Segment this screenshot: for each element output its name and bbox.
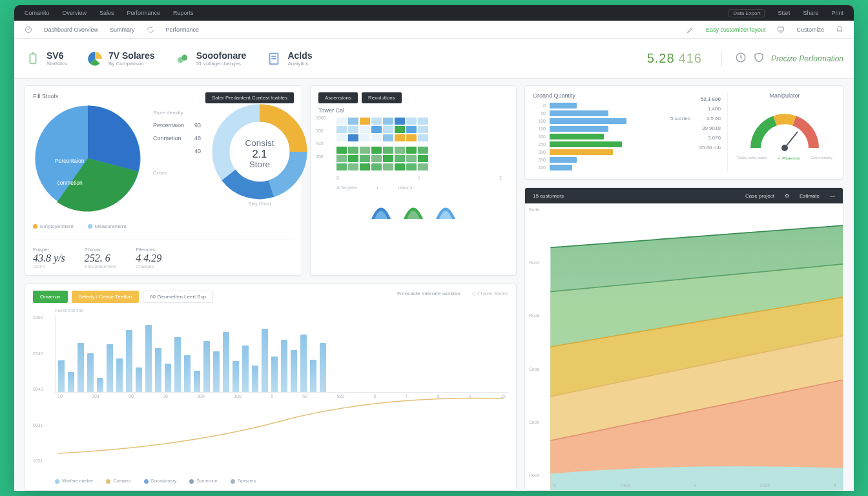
heat-x-axis: 013 <box>318 176 508 180</box>
bar-legend: Warfare marker Comarro Scrontomary Somer… <box>33 479 508 484</box>
bar-x-axis: 100030030309100550520578615 <box>55 393 508 398</box>
donut-sub: Stay Ghost <box>211 202 308 206</box>
legend-value: 40 <box>194 148 201 154</box>
heat-y-axis: 1000500340200 <box>316 116 326 159</box>
app-window: Comanito Overview Sales Performance Repo… <box>14 5 854 491</box>
metric-a: 5.28 <box>647 51 675 65</box>
topnav-right[interactable]: Share <box>803 10 818 16</box>
breadcrumb[interactable]: Performance <box>166 26 200 33</box>
heatmap-grid <box>336 118 508 141</box>
topnav-item[interactable]: Sales <box>99 10 114 16</box>
card-title: Fill Stools <box>33 93 58 99</box>
panel-title: Precize Performation <box>771 54 843 63</box>
metric-strip: Fuaper43.8 y/sAcorn Throas252. 6Encourag… <box>33 240 294 269</box>
topnav-item[interactable]: Performance <box>127 10 161 16</box>
shield-icon <box>753 52 765 66</box>
pie-icon <box>87 50 103 67</box>
tab-dark[interactable]: Saler Predanient Contest Icables <box>205 92 294 103</box>
legend-item: Fanscers <box>238 479 256 483</box>
customize-button[interactable]: Customize <box>796 26 824 33</box>
legend-label: Conmetion <box>153 135 181 141</box>
kpi-card: AcldsAnalytics <box>265 50 312 67</box>
gauge-chart: Manipulator Today color auber ✓ Plarentr… <box>727 92 835 172</box>
legend-item: Comarro <box>113 479 130 483</box>
kpi-card: Sooofonare51 voltage changes <box>174 50 247 67</box>
bottom-legend: Employerment Measurement <box>33 223 294 229</box>
svg-point-4 <box>181 54 187 60</box>
gauge-label: Plarentron <box>782 156 800 160</box>
battery-icon <box>25 50 41 67</box>
card-title: Groand Quantity <box>533 92 664 99</box>
layout-link[interactable]: Easy customizer layout <box>706 26 766 33</box>
kpi-title: Sooofonare <box>196 50 247 61</box>
tab-button[interactable]: 60 Geometten Leeri Sup <box>143 291 213 303</box>
svg-text:Percentaion: Percentaion <box>55 158 85 164</box>
svg-line-14 <box>785 132 798 148</box>
side-value: 52.1 600 <box>701 96 721 102</box>
card-title: Tower Cal <box>318 107 508 114</box>
kpi-sub: 51 voltage changes <box>196 61 247 67</box>
heatmap-card: Ascensions Revolutions Tower Cal 1000500… <box>310 85 517 276</box>
bar-card: Omarron Seterly / Cense Teetion 60 Geome… <box>25 284 517 491</box>
refresh-icon[interactable] <box>147 26 154 34</box>
kpi-metric: 5.28416 <box>647 51 702 66</box>
gauge-icon <box>25 26 32 34</box>
heat-foot: Al tergene <box>336 185 357 190</box>
pie-chart: Percentaion conmetion <box>33 103 143 214</box>
topnav-right[interactable]: Print <box>831 10 843 16</box>
topnav-right[interactable]: Start <box>778 10 790 16</box>
bar-sub: Fasensraf star <box>55 308 508 313</box>
area-head-item: 15 customers <box>533 193 564 199</box>
donut-label: Consist <box>245 138 274 148</box>
bell-icon[interactable] <box>836 26 843 34</box>
topnav-item[interactable]: Overview <box>63 10 87 16</box>
bar-title: Forecaste Interrate workten <box>397 291 460 303</box>
tab-button[interactable]: Seterly / Cense Teetion <box>72 291 140 303</box>
pie-legend: Store density Percentaion93 Conmetion48 … <box>153 110 201 176</box>
metric-sub: Changes <box>136 264 161 269</box>
hbar-chart: Groand Quantity 050100150200250300350400 <box>533 92 664 172</box>
gauge-label: Commentary <box>811 156 832 160</box>
kpi-title: 7V Solares <box>108 50 155 61</box>
area-head-item: Case project <box>745 193 774 199</box>
gear-icon[interactable]: ⚙ <box>785 193 789 199</box>
kpi-side-panel: Precize Performation <box>721 52 843 66</box>
metric-value: 252. 6 <box>85 253 116 264</box>
topnav-item[interactable]: Reports <box>173 10 194 16</box>
breadcrumb[interactable]: Summary <box>110 26 135 33</box>
topbar: Comanito Overview Sales Performance Repo… <box>14 5 854 21</box>
tab-dark[interactable]: Ascensions <box>318 92 358 103</box>
tab-dark[interactable]: Revolutions <box>362 92 402 103</box>
breadcrumb[interactable]: Dashboard Overview <box>44 26 98 33</box>
document-icon <box>265 50 282 67</box>
pie-card: Fill Stools Saler Predanient Contest Ica… <box>25 85 302 276</box>
area-head-item[interactable]: Estimate <box>800 193 820 199</box>
side-label: 5 corden <box>670 116 690 121</box>
gauge-label: Today color auber <box>737 156 768 160</box>
legend-value: 48 <box>194 135 201 141</box>
bar-tabs: Omarron Seterly / Cense Teetion 60 Geome… <box>33 291 508 303</box>
card-title: Manipulator <box>734 92 835 99</box>
tab-button[interactable]: Omarron <box>33 291 68 303</box>
legend-foot: Cross <box>153 170 201 176</box>
arch-icons <box>318 196 508 222</box>
side-value: 39 9018 <box>702 125 721 131</box>
export-button[interactable]: Data Export <box>728 9 765 17</box>
svg-rect-2 <box>30 54 36 63</box>
area-card: 15 customers Case project ⚙ Estimate — E… <box>524 187 843 491</box>
svg-text:2.1: 2.1 <box>253 148 267 160</box>
area-header: 15 customers Case project ⚙ Estimate — <box>525 188 843 203</box>
legend-item: Somerone <box>196 479 217 483</box>
legend-item: Warfare marker <box>62 479 93 483</box>
svg-text:conmetion: conmetion <box>57 180 82 186</box>
side-value: 35.60 mb <box>699 145 721 150</box>
bar-chart <box>55 315 508 393</box>
metric-value: 43.8 y/s <box>33 253 65 264</box>
quantity-card: Groand Quantity 050100150200250300350400… <box>524 85 843 180</box>
main-grid: Fill Stools Saler Predanient Contest Ica… <box>14 79 854 491</box>
metric-sub: Encouragement <box>85 264 116 269</box>
leaf-icon <box>174 50 191 67</box>
legend-item: Employerment <box>40 223 74 229</box>
kpi-sub: Statistics <box>46 61 67 67</box>
area-chart <box>525 203 843 490</box>
